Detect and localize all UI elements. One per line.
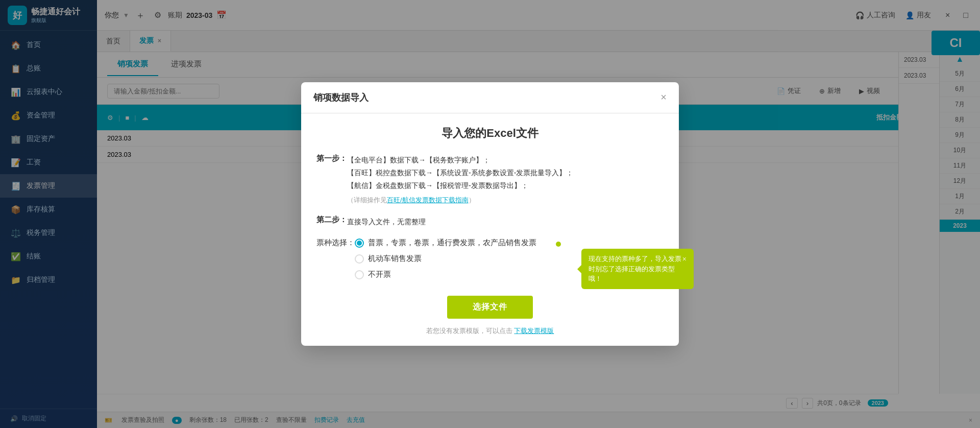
step2-label: 第二步： <box>316 215 347 225</box>
step1-line2: 【百旺】税控盘数据下载→【系统设置-系统参数设置-发票批量导入】； <box>347 167 573 179</box>
radio-none-label: 不开票 <box>368 270 391 279</box>
radio-normal-label: 普票，专票，卷票，通行费发票，农产品销售发票 <box>368 238 536 248</box>
step1-detail: （详细操作见百旺/航信发票数据下载指南） <box>347 194 573 206</box>
step2-section: 第二步： 直接导入文件，无需整理 <box>316 215 664 229</box>
tooltip-close-button[interactable]: × <box>682 254 687 265</box>
guide-link[interactable]: 百旺/航信发票数据下载指南 <box>387 196 469 204</box>
step1-label: 第一步： <box>316 154 347 202</box>
step2-text: 直接导入文件，无需整理 <box>347 216 426 228</box>
modal-center-title: 导入您的Excel文件 <box>316 126 664 141</box>
tooltip-bubble: × 现在支持的票种多了，导入发票时别忘了选择正确的发票类型哦！ <box>581 249 694 289</box>
download-template-link[interactable]: 下载发票模版 <box>514 327 554 335</box>
import-modal: 销项数据导入 × 导入您的Excel文件 第一步： 【全电平台】数据下载→【税务… <box>301 82 679 346</box>
step1-line1: 【全电平台】数据下载→【税务数字账户】； <box>347 154 573 167</box>
radio-normal-circle[interactable] <box>355 239 364 248</box>
modal-close-button[interactable]: × <box>660 91 667 103</box>
modal-overlay: 销项数据导入 × 导入您的Excel文件 第一步： 【全电平台】数据下载→【税务… <box>0 0 980 428</box>
modal-body: 导入您的Excel文件 第一步： 【全电平台】数据下载→【税务数字账户】； 【百… <box>301 113 679 346</box>
radio-none-circle[interactable] <box>355 270 364 279</box>
step1-line3: 【航信】金税盘数据下载→【报税管理-发票数据导出】； <box>347 179 573 192</box>
step1-content: 【全电平台】数据下载→【税务数字账户】； 【百旺】税控盘数据下载→【系统设置-系… <box>347 154 573 206</box>
modal-btn-row: 选择文件 <box>316 296 664 319</box>
select-file-button[interactable]: 选择文件 <box>447 296 533 319</box>
radio-motor-label: 机动车销售发票 <box>368 254 422 264</box>
step1-section: 第一步： 【全电平台】数据下载→【税务数字账户】； 【百旺】税控盘数据下载→【系… <box>316 154 664 206</box>
modal-footer-note: 若您没有发票模版，可以点击 下载发票模版 <box>316 326 664 336</box>
radio-none[interactable]: 不开票 <box>355 270 561 279</box>
radio-group: 普票，专票，卷票，通行费发票，农产品销售发票 × 现在支持的票种多了，导入发票时… <box>355 238 561 286</box>
radio-normal[interactable]: 普票，专票，卷票，通行费发票，农产品销售发票 × 现在支持的票种多了，导入发票时… <box>355 238 561 248</box>
ticket-label: 票种选择： <box>316 238 355 248</box>
modal-header: 销项数据导入 × <box>301 82 679 113</box>
radio-motor-circle[interactable] <box>355 254 364 264</box>
ticket-select-section: 票种选择： 普票，专票，卷票，通行费发票，农产品销售发票 × 现在支持的票种多了… <box>316 238 664 286</box>
tooltip-text: 现在支持的票种多了，导入发票时别忘了选择正确的发票类型哦！ <box>589 255 681 282</box>
tooltip-container: × 现在支持的票种多了，导入发票时别忘了选择正确的发票类型哦！ <box>556 239 561 247</box>
tooltip-dot <box>556 242 561 247</box>
modal-title: 销项数据导入 <box>313 91 369 104</box>
radio-motor[interactable]: 机动车销售发票 <box>355 254 561 264</box>
footer-note-prefix: 若您没有发票模版，可以点击 <box>426 327 512 335</box>
